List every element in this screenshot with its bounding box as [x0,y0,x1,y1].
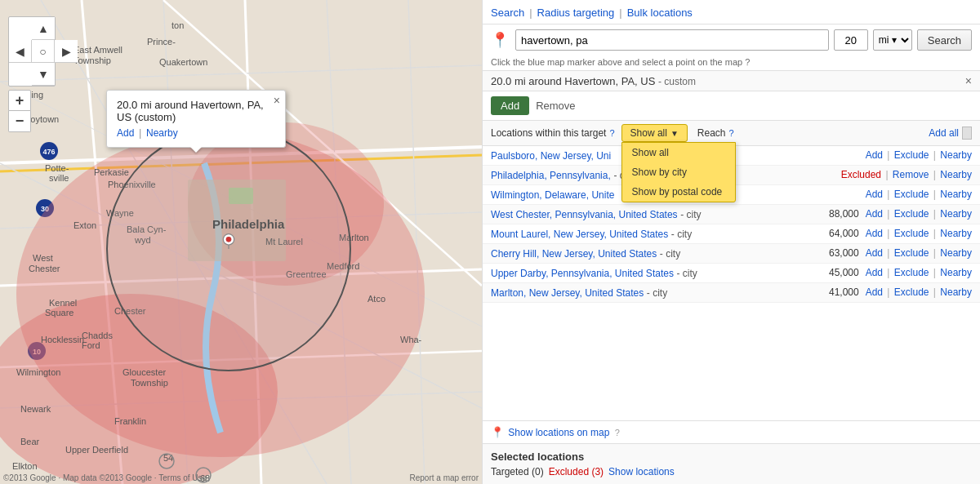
locations-help-icon[interactable]: ? [609,128,614,138]
show-on-map-help-icon[interactable]: ? [615,428,620,437]
pan-right-button[interactable]: ▶ [55,40,78,63]
pan-center-button[interactable]: ○ [32,40,55,63]
location-name-link[interactable]: Paulsboro, New Jersey, Uni [491,150,611,162]
location-reach: 88,000 [814,208,859,220]
location-actions: Add | Exclude | Nearby [866,286,972,298]
dropdown-item-show-postal[interactable]: Show by postal code [622,182,735,202]
unit-select[interactable]: mi ▾ km [873,29,912,51]
location-name-link[interactable]: Marlton, New Jersey, United States [491,287,644,299]
remove-button[interactable]: Remove [536,96,575,115]
map-attribution: ©2013 Google · Map data ©2013 Google · T… [3,473,207,482]
svg-text:Philadelphia: Philadelphia [212,217,285,231]
popup-close-button[interactable]: × [274,94,280,107]
nav-sep-2: | [619,7,621,19]
add-all-link[interactable]: Add all [929,127,959,139]
zoom-out-button[interactable]: − [8,111,31,132]
show-all-button[interactable]: Show all ▼ [621,124,688,142]
svg-text:Franklin: Franklin [114,416,146,426]
popup-add-link[interactable]: Add [117,127,134,139]
location-nearby-link[interactable]: Nearby [940,267,972,278]
location-nearby-link[interactable]: Nearby [940,286,972,298]
location-name-link[interactable]: Mount Laurel, New Jersey, United States [491,229,668,240]
selected-show-link[interactable]: Show locations [608,466,675,477]
pan-up-button[interactable]: ▲ [32,17,55,40]
location-nearby-link[interactable]: Nearby [940,169,972,180]
action-sep: | [933,247,938,259]
location-info: Mount Laurel, New Jersey, United States … [491,228,814,240]
action-sep: | [887,189,892,200]
dropdown-item-show-all[interactable]: Show all [622,143,735,162]
search-input[interactable] [515,29,829,51]
location-nearby-link[interactable]: Nearby [940,208,972,220]
svg-text:Wha-: Wha- [400,335,422,344]
location-name-link[interactable]: Cherry Hill, New Jersey, United States [491,248,657,260]
dropdown-menu: Show all Show by city Show by postal cod… [621,142,736,202]
location-type: - city [647,287,667,299]
pan-down-button[interactable]: ▼ [32,63,55,86]
location-remove-link[interactable]: Remove [893,169,929,180]
location-exclude-link[interactable]: Exclude [894,267,929,278]
svg-text:Wayne: Wayne [106,208,134,218]
pan-left-button[interactable]: ◀ [9,40,32,63]
location-actions: Add | Exclude | Nearby [866,228,972,239]
show-all-label: Show all [630,127,667,139]
popup-link-sep: | [139,127,145,139]
selected-title: Selected locations [491,451,972,463]
hint-text: Click the blue map marker above and sele… [483,56,980,70]
location-exclude-link[interactable]: Exclude [894,247,929,259]
action-sep: | [887,228,892,239]
svg-text:Potte-: Potte- [45,163,69,173]
location-nearby-link[interactable]: Nearby [940,189,972,200]
location-nearby-link[interactable]: Nearby [940,149,972,161]
location-add-link[interactable]: Add [866,208,883,220]
location-info: Cherry Hill, New Jersey, United States -… [491,247,814,260]
action-sep: | [887,149,892,161]
reach-help-icon[interactable]: ? [729,128,734,138]
location-name-link[interactable]: Upper Darby, Pennsylvania, United States [491,268,674,279]
popup-title: 20.0 mi around Havertown, PA, US (custom… [117,99,275,123]
radius-input[interactable] [834,29,868,51]
location-add-link[interactable]: Add [866,267,883,278]
location-exclude-link[interactable]: Exclude [894,208,929,220]
map-report: Report a map error [410,473,479,482]
add-button[interactable]: Add [491,96,529,115]
nav-radius-link[interactable]: Radius targeting [537,7,615,19]
svg-text:Wilmington: Wilmington [16,367,60,377]
location-add-link[interactable]: Add [866,228,883,239]
result-close-button[interactable]: × [965,74,972,87]
map-container[interactable]: 476 30 10 East Amwell Township Prince- t… [0,0,482,484]
location-type: - city [660,248,680,260]
zoom-in-button[interactable]: + [8,90,31,111]
show-on-map-link[interactable]: Show locations on map [508,427,609,438]
location-add-link[interactable]: Add [866,149,883,161]
location-exclude-link[interactable]: Exclude [894,228,929,239]
location-name-link[interactable]: Wilmington, Delaware, Unite [491,189,614,201]
map-popup: × 20.0 mi around Havertown, PA, US (cust… [106,90,286,148]
dropdown-item-show-city[interactable]: Show by city [622,162,735,182]
location-nearby-link[interactable]: Nearby [940,247,972,259]
location-actions: Add | Exclude | Nearby [866,247,972,259]
action-sep: | [885,169,890,180]
action-sep: | [887,208,892,220]
location-exclude-link[interactable]: Exclude [894,149,929,161]
popup-nearby-link[interactable]: Nearby [146,127,178,139]
search-button[interactable]: Search [917,29,972,51]
location-exclude-link[interactable]: Exclude [894,286,929,298]
search-pin-icon: 📍 [491,31,509,49]
nav-search-link[interactable]: Search [491,7,524,19]
location-add-link[interactable]: Add [866,286,883,298]
location-nearby-link[interactable]: Nearby [940,228,972,239]
location-add-link[interactable]: Add [866,189,883,200]
location-name-link[interactable]: Philadelphia, Pennsylvania, [491,170,611,181]
location-info: Marlton, New Jersey, United States - cit… [491,286,814,299]
selected-excluded: Excluded (3) [549,466,604,477]
svg-text:Exton: Exton [74,220,96,230]
location-add-link[interactable]: Add [866,247,883,259]
svg-text:Bala Cyn-: Bala Cyn- [127,224,167,234]
zoom-controls: + − [8,90,31,132]
location-exclude-link[interactable]: Exclude [894,189,929,200]
location-name-link[interactable]: West Chester, Pennsylvania, United State… [491,209,678,220]
location-row: West Chester, Pennsylvania, United State… [483,205,980,224]
nav-bulk-link[interactable]: Bulk locations [627,7,693,19]
locations-header: Locations within this target ? Show all … [483,121,980,146]
